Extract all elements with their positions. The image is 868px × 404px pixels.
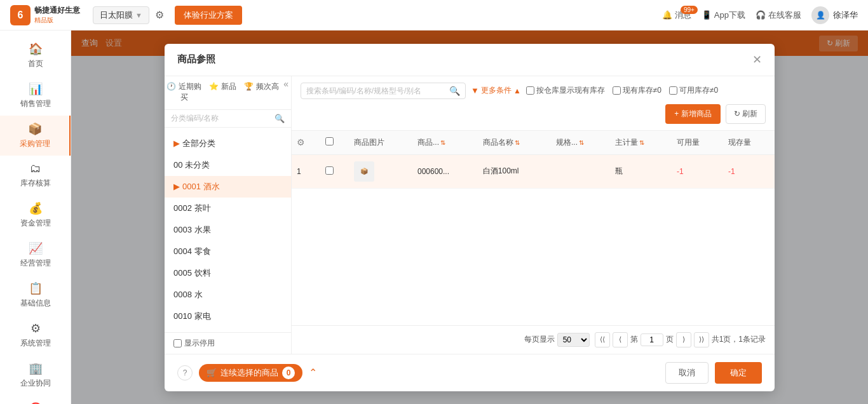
tab-new-products[interactable]: ⭐ 新品	[203, 76, 242, 109]
cat-item-snack[interactable]: 0004 零食	[165, 241, 291, 262]
row-checkbox-cell	[320, 154, 349, 188]
filter-existing-checkbox[interactable]	[613, 86, 621, 95]
trial-button[interactable]: 体验行业方案	[175, 6, 242, 25]
sidebar-item-collab[interactable]: 🏢 企业协同	[0, 355, 71, 395]
filter-warehouse-label[interactable]: 按仓库显示现有库存	[526, 85, 605, 96]
collapse-icon[interactable]: ⌃	[309, 367, 317, 379]
topbar-right: 🔔 消息 99+ 📱 App下载 🎧 在线客服 👤 徐泽华	[662, 6, 858, 24]
product-search-icon[interactable]: 🔍	[449, 86, 460, 96]
product-search-box: 🔍	[301, 83, 466, 99]
next-page-button[interactable]: ⟩	[676, 332, 691, 347]
expand-icon: ▶	[173, 138, 180, 148]
company-selector[interactable]: 日太阳膜 ▼	[93, 6, 149, 24]
page-number-input[interactable]	[641, 333, 663, 346]
sales-icon: 📊	[29, 82, 43, 96]
headset-icon: 🎧	[756, 10, 766, 20]
chevron-down-icon: ▼	[135, 11, 142, 19]
product-reference-modal: 商品参照 ✕ 🕐 近期购买 ⭐	[165, 44, 775, 391]
cart-area[interactable]: 🛒 连续选择的商品 0	[199, 364, 302, 382]
th-gear[interactable]: ⚙	[292, 131, 320, 155]
cat-item-tea[interactable]: 0002 茶叶	[165, 198, 291, 219]
show-disabled-label[interactable]: 显示停用	[184, 338, 215, 349]
select-all-checkbox[interactable]	[325, 137, 334, 145]
refresh-button[interactable]: ↻ 刷新	[726, 104, 766, 124]
sidebar-item-system[interactable]: ⚙ 系统管理	[0, 315, 71, 355]
app-download-button[interactable]: 📱 App下载	[702, 10, 745, 21]
cat-item-fruit[interactable]: 0003 水果	[165, 219, 291, 241]
sidebar-item-base[interactable]: 📋 基础信息	[0, 275, 71, 315]
row-name-cell: 白酒100ml	[478, 154, 551, 188]
collapse-panel-icon[interactable]: «	[281, 76, 291, 109]
th-img: 商品图片	[349, 131, 412, 155]
cat-item-water[interactable]: 0008 水	[165, 284, 291, 306]
chevron-up-icon: ▲	[513, 86, 521, 95]
table-header: ⚙ 商品图片 商品... ⇅	[292, 131, 775, 155]
sort-spec[interactable]: 规格... ⇅	[556, 137, 605, 148]
confirm-button[interactable]: 确定	[715, 362, 762, 384]
last-page-button[interactable]: ⟩⟩	[694, 332, 709, 347]
tab-high-freq[interactable]: 🏆 频次高	[242, 76, 281, 109]
cat-item-uncategorized[interactable]: 00 未分类	[165, 154, 291, 176]
th-unit: 主计量 ⇅	[610, 131, 672, 155]
tab-recent-purchase[interactable]: 🕐 近期购买	[165, 76, 203, 109]
sidebar-item-ops[interactable]: 📈 经营管理	[0, 235, 71, 275]
filter-available-label[interactable]: 可用库存≠0	[669, 85, 718, 96]
per-page: 每页显示 50 10 20 100	[524, 333, 590, 347]
filter-existing-label[interactable]: 现有库存≠0	[613, 85, 661, 96]
category-search-input[interactable]	[171, 114, 272, 123]
sidebar-item-home[interactable]: 🏠 首页	[0, 36, 71, 76]
trophy-icon: 🏆	[244, 82, 254, 91]
cat-item-appliance[interactable]: 0010 家电	[165, 306, 291, 327]
finance-icon: 💰	[29, 201, 43, 215]
collab-icon: 🏢	[29, 361, 43, 375]
product-search-input[interactable]	[306, 86, 447, 95]
sidebar-item-sales[interactable]: 📊 销售管理	[0, 76, 71, 116]
cancel-button[interactable]: 取消	[665, 362, 709, 384]
footer-buttons: 取消 确定	[665, 362, 762, 384]
row-available-cell: -1	[672, 154, 723, 188]
cat-item-beverage[interactable]: 0005 饮料	[165, 262, 291, 284]
filter-warehouse-checkbox[interactable]	[526, 86, 534, 95]
topbar: 6 畅捷通好生意 精品版 日太阳膜 ▼ ⚙ 体验行业方案 🔔 消息 99+ 📱 …	[0, 0, 868, 30]
table-body: 1 📦 000600... 白酒100ml 瓶	[292, 154, 775, 188]
sidebar-item-guide[interactable]: 🎯 新手引导	[0, 395, 71, 404]
table-row[interactable]: 1 📦 000600... 白酒100ml 瓶	[292, 154, 775, 188]
cart-text: 连续选择的商品	[220, 367, 278, 379]
cat-item-all[interactable]: ▶ 全部分类	[165, 133, 291, 154]
add-product-button[interactable]: + 新增商品	[665, 104, 720, 124]
first-page-button[interactable]: ⟨⟨	[595, 332, 610, 347]
pagination: 每页显示 50 10 20 100 ⟨⟨ ⟨	[292, 325, 775, 354]
prev-page-button[interactable]: ⟨	[613, 332, 628, 347]
settings-icon[interactable]: ⚙	[149, 5, 170, 25]
th-available: 可用量	[672, 131, 723, 155]
ops-icon: 📈	[29, 241, 43, 255]
modal-overlay: 商品参照 ✕ 🕐 近期购买 ⭐	[71, 30, 868, 404]
bell-icon: 🔔	[662, 10, 672, 20]
sidebar-item-inventory[interactable]: 🗂 库存核算	[0, 156, 71, 195]
sort-name[interactable]: 商品名称 ⇅	[483, 137, 546, 148]
sort-code[interactable]: 商品... ⇅	[417, 137, 473, 148]
modal-close-button[interactable]: ✕	[752, 53, 762, 67]
sort-unit[interactable]: 主计量 ⇅	[615, 137, 667, 148]
user-menu[interactable]: 👤 徐泽华	[811, 6, 858, 24]
th-stock: 现存量	[723, 131, 775, 155]
show-disabled-checkbox[interactable]	[173, 339, 182, 347]
row-checkbox[interactable]	[325, 166, 334, 175]
sidebar-item-purchase[interactable]: 📦 采购管理	[0, 116, 71, 156]
sidebar-item-finance[interactable]: 💰 资金管理	[0, 195, 71, 235]
home-icon: 🏠	[29, 42, 43, 56]
per-page-select[interactable]: 50 10 20 100	[557, 333, 590, 347]
filter-available-checkbox[interactable]	[669, 86, 677, 95]
category-quick-tabs: 🕐 近期购买 ⭐ 新品 🏆 频次高 «	[165, 76, 291, 110]
category-search-icon[interactable]: 🔍	[275, 114, 285, 123]
filter-more-button[interactable]: ▼ 更多条件 ▲	[471, 85, 521, 96]
sort-icon-spec: ⇅	[579, 139, 584, 146]
content-area: 查询 设置 ↻ 刷新 商品参照 ✕	[71, 30, 868, 404]
help-button[interactable]: ?	[177, 365, 193, 380]
row-unit-cell: 瓶	[610, 154, 672, 188]
notification-button[interactable]: 🔔 消息 99+	[662, 10, 691, 21]
online-service-button[interactable]: 🎧 在线客服	[756, 10, 801, 21]
show-disabled-row: 显示停用	[165, 332, 291, 354]
cat-item-liquor[interactable]: ▶ 0001 酒水	[165, 176, 291, 198]
sort-icon-code: ⇅	[440, 139, 445, 146]
